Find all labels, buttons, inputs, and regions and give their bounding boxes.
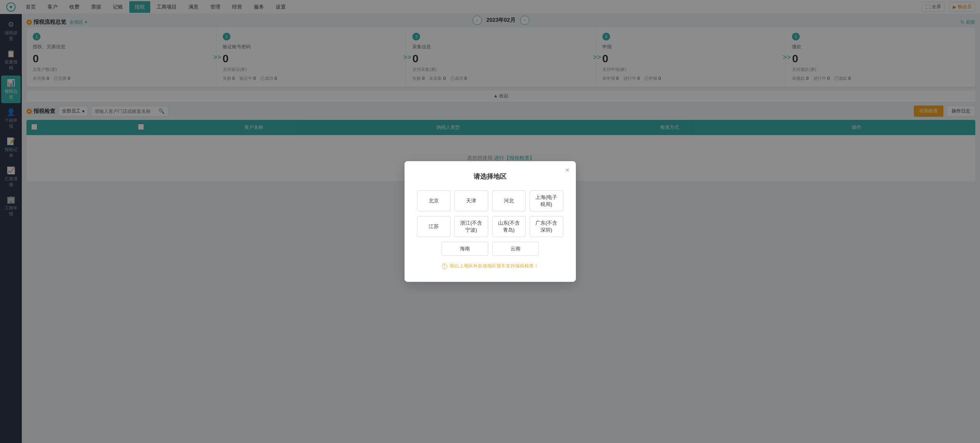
region-btn-河北[interactable]: 河北 <box>492 190 526 211</box>
modal-warning: ! 除以上地区外其他地区暂不支持报税检查！ <box>417 263 563 269</box>
warning-icon: ! <box>442 264 447 269</box>
region-row-2: 江苏浙江(不含宁波)山东(不含青岛)广东(不含深圳) <box>417 216 563 237</box>
modal-title: 请选择地区 <box>417 172 563 181</box>
modal-close-button[interactable]: × <box>565 167 570 174</box>
region-btn-北京[interactable]: 北京 <box>417 190 451 211</box>
region-btn-广东(不含深圳)[interactable]: 广东(不含深圳) <box>530 216 563 237</box>
region-btn-天津[interactable]: 天津 <box>454 190 488 211</box>
region-btn-山东(不含青岛)[interactable]: 山东(不含青岛) <box>492 216 526 237</box>
modal-overlay: × 请选择地区 北京天津河北上海(电子税局) 江苏浙江(不含宁波)山东(不含青岛… <box>0 0 980 443</box>
region-btn-云南[interactable]: 云南 <box>492 242 539 256</box>
region-btn-浙江(不含宁波)[interactable]: 浙江(不含宁波) <box>454 216 488 237</box>
region-row-3: 海南云南 <box>417 242 563 256</box>
warning-text: 除以上地区外其他地区暂不支持报税检查！ <box>450 263 538 269</box>
region-btn-海南[interactable]: 海南 <box>442 242 488 256</box>
region-btn-江苏[interactable]: 江苏 <box>417 216 451 237</box>
region-select-modal: × 请选择地区 北京天津河北上海(电子税局) 江苏浙江(不含宁波)山东(不含青岛… <box>405 161 576 282</box>
region-btn-上海(电子税局)[interactable]: 上海(电子税局) <box>530 190 563 211</box>
region-row-1: 北京天津河北上海(电子税局) <box>417 190 563 211</box>
